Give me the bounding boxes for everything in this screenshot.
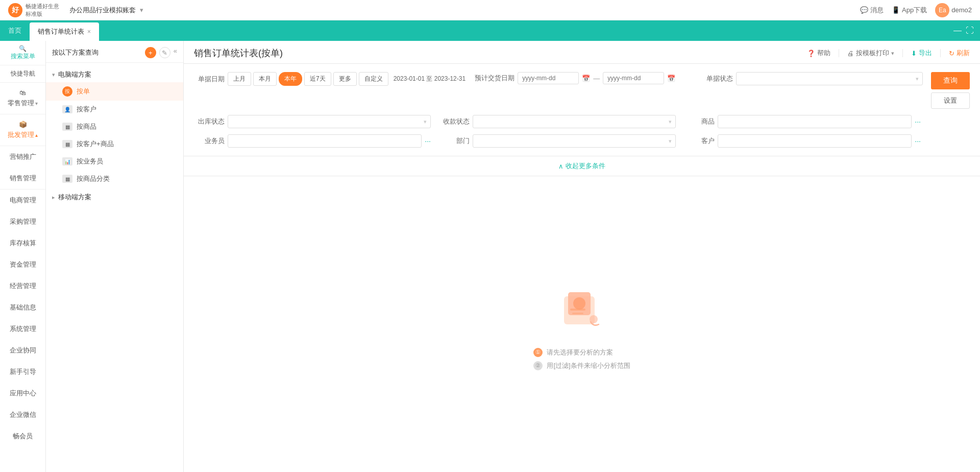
sidebar-item-guide[interactable]: 新手引导 xyxy=(0,361,45,383)
salesman-icon: 📊 xyxy=(62,157,72,166)
sidebar-item-wechat[interactable]: 企业微信 xyxy=(0,404,45,426)
export-icon: ⬇ xyxy=(911,50,917,57)
query-panel: 按以下方案查询 + ✎ « ▾ 电脑端方案 按 按单 👤 按客 xyxy=(46,41,184,472)
query-panel-title: 按以下方案查询 xyxy=(52,48,142,57)
svg-rect-3 xyxy=(570,309,585,311)
content-area: 按以下方案查询 + ✎ « ▾ 电脑端方案 按 按单 👤 按客 xyxy=(46,41,980,472)
expected-date-from-input[interactable] xyxy=(518,72,579,84)
date-btn-this-year[interactable]: 本年 xyxy=(279,72,302,86)
logo-icon: 好 xyxy=(8,3,22,17)
date-btn-this-month[interactable]: 本月 xyxy=(253,72,277,86)
template-print-button[interactable]: 🖨 按模板打印 ▾ xyxy=(847,49,894,58)
main-panel: 销售订单统计表(按单) ❓ 帮助 🖨 按模板打印 ▾ ⬇ xyxy=(184,41,980,472)
query-button[interactable]: 查询 xyxy=(931,72,970,89)
tip-num-2: ② xyxy=(533,361,543,370)
logo-text: 畅捷通好生意 标准版 xyxy=(26,3,59,17)
payment-status-select[interactable] xyxy=(473,115,676,128)
scheme-item-by-customer-goods[interactable]: ▦ 按客户+商品 xyxy=(46,135,183,153)
edit-scheme-button[interactable]: ✎ xyxy=(159,47,170,58)
date-btn-custom[interactable]: 自定义 xyxy=(359,72,388,86)
dept-group: 部门 xyxy=(439,134,676,148)
dept-select[interactable] xyxy=(473,134,676,148)
retail-icon: 🛍 xyxy=(19,89,26,97)
sidebar-item-member[interactable]: 畅会员 xyxy=(0,426,45,447)
sidebar-item-inventory[interactable]: 库存核算 xyxy=(0,232,45,254)
customer-more-button[interactable]: ··· xyxy=(915,137,921,145)
scheme-group-mobile-header[interactable]: ▸ 移动端方案 xyxy=(46,190,183,205)
sidebar-item-wholesale[interactable]: 📦 批发管理 ▴ xyxy=(0,114,45,146)
wholesale-icon: 📦 xyxy=(19,121,27,128)
collapse-conditions-button[interactable]: ∧ 收起更多条件 xyxy=(558,161,605,171)
window-minimize-button[interactable]: — xyxy=(953,26,962,35)
cal-icon-1: 📅 xyxy=(582,75,590,82)
scheme-item-by-customer[interactable]: 👤 按客户 xyxy=(46,101,183,118)
sidebar-item-basic-info[interactable]: 基础信息 xyxy=(0,297,45,318)
scheme-group-pc-header[interactable]: ▾ 电脑端方案 xyxy=(46,67,183,82)
delivery-status-select[interactable] xyxy=(228,115,431,128)
sidebar-item-purchase[interactable]: 采购管理 xyxy=(0,211,45,232)
user-profile[interactable]: Ea demo2 xyxy=(935,3,972,17)
tab-active[interactable]: 销售订单统计表 × xyxy=(30,22,99,41)
sidebar-item-operations[interactable]: 经营管理 xyxy=(0,275,45,297)
sidebar-item-finance[interactable]: 资金管理 xyxy=(0,254,45,275)
top-bar: 好 畅捷通好生意 标准版 办公用品行业模拟账套 ▾ 💬 消息 📱 App下载 E… xyxy=(0,0,980,20)
divider3 xyxy=(940,49,941,57)
sales-rep-more-button[interactable]: ··· xyxy=(425,137,431,145)
app-download-button[interactable]: 📱 App下载 xyxy=(892,6,927,15)
sidebar-search[interactable]: 🔍 搜索菜单 xyxy=(0,41,45,65)
delivery-status-group: 出库状态 xyxy=(194,115,431,128)
sidebar-item-enterprise[interactable]: 企业协同 xyxy=(0,340,45,361)
sidebar-item-ecommerce[interactable]: 电商管理 xyxy=(0,190,45,211)
date-btn-more[interactable]: 更多 xyxy=(333,72,357,86)
sidebar-quick-nav[interactable]: 快捷导航 xyxy=(0,65,45,83)
tab-home[interactable]: 首页 xyxy=(0,20,30,41)
customer-icon: 👤 xyxy=(62,105,72,113)
add-scheme-button[interactable]: + xyxy=(145,47,156,58)
refresh-button[interactable]: ↻ 刷新 xyxy=(949,49,970,58)
payment-status-select-wrap xyxy=(473,115,676,128)
payment-status-group: 收款状态 xyxy=(439,115,676,128)
date-buttons: 上月 本月 本年 近7天 更多 自定义 xyxy=(228,72,388,86)
sidebar-item-retail[interactable]: 🛍 零售管理 ▾ xyxy=(0,83,45,114)
svg-point-2 xyxy=(573,297,585,310)
chevron-down-icon: ▾ xyxy=(52,72,55,78)
tab-close-icon[interactable]: × xyxy=(87,28,91,35)
date-btn-last-7[interactable]: 近7天 xyxy=(304,72,331,86)
help-button[interactable]: ❓ 帮助 xyxy=(807,49,830,58)
sidebar-item-system[interactable]: 系统管理 xyxy=(0,318,45,340)
print-icon: 🖨 xyxy=(847,50,854,57)
date-dash: — xyxy=(593,75,600,82)
collapse-row: ∧ 收起更多条件 xyxy=(184,156,980,176)
scheme-item-by-bill[interactable]: 按 按单 xyxy=(46,82,183,101)
salesman-group: 业务员 ··· xyxy=(194,134,431,148)
export-button[interactable]: ⬇ 导出 xyxy=(911,49,932,58)
customer-goods-icon: ▦ xyxy=(62,140,72,148)
sidebar-item-marketing[interactable]: 营销推广 xyxy=(0,146,45,168)
delivery-status-label: 出库状态 xyxy=(194,117,225,126)
customer-input[interactable] xyxy=(718,134,912,148)
scheme-item-by-category[interactable]: ▦ 按商品分类 xyxy=(46,170,183,187)
date-label: 单据日期 xyxy=(194,75,225,84)
message-button[interactable]: 💬 消息 xyxy=(860,6,884,15)
settings-button[interactable]: 设置 xyxy=(931,92,970,109)
scheme-item-by-salesman[interactable]: 📊 按业务员 xyxy=(46,153,183,170)
action-buttons: 查询 设置 xyxy=(931,72,970,109)
scheme-item-by-goods[interactable]: ▦ 按商品 xyxy=(46,118,183,135)
date-range-text: 2023-01-01 至 2023-12-31 xyxy=(394,75,465,83)
workspace-dropdown-icon[interactable]: ▾ xyxy=(140,6,143,14)
bill-status-label: 单据状态 xyxy=(702,74,733,83)
expected-date-to-input[interactable] xyxy=(603,72,664,84)
page-header: 销售订单统计表(按单) ❓ 帮助 🖨 按模板打印 ▾ ⬇ xyxy=(184,41,980,64)
scheme-group-pc: ▾ 电脑端方案 按 按单 👤 按客户 ▦ 按商品 ▦ 按客户+商品 xyxy=(46,67,183,187)
goods-input[interactable] xyxy=(718,115,912,128)
sales-rep-input[interactable] xyxy=(228,134,422,148)
bill-status-select[interactable] xyxy=(736,72,923,85)
collapse-panel-button[interactable]: « xyxy=(174,47,177,58)
avatar: Ea xyxy=(935,3,949,17)
sidebar-item-sales[interactable]: 销售管理 xyxy=(0,168,45,190)
delivery-status-select-wrap xyxy=(228,115,431,128)
window-maximize-button[interactable]: ⛶ xyxy=(966,26,974,35)
date-btn-last-month[interactable]: 上月 xyxy=(228,72,251,86)
goods-more-button[interactable]: ··· xyxy=(915,117,921,126)
sidebar-item-appstore[interactable]: 应用中心 xyxy=(0,383,45,404)
